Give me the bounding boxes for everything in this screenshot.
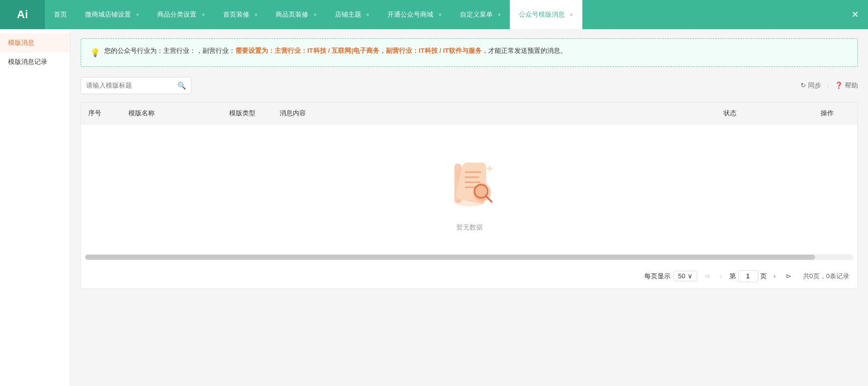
nav-tab-7[interactable]: 自定义菜单×	[451, 0, 510, 29]
nav-tab-2[interactable]: 商品分类设置×	[148, 0, 214, 29]
page-size-dropdown[interactable]: 50 ∨	[674, 271, 697, 281]
search-bar: 🔍 ↻ 同步 | ❓ 帮助	[81, 77, 858, 94]
nav-tab-1[interactable]: 微商城店铺设置×	[76, 0, 148, 29]
close-all-button[interactable]: ✕	[842, 0, 868, 29]
app-logo: Ai	[0, 0, 45, 29]
first-page-button[interactable]: ⊲	[701, 270, 713, 282]
chevron-down-icon: ∨	[688, 272, 693, 280]
sidebar-item-template-record[interactable]: 模版消息记录	[0, 52, 70, 71]
th-action: 操作	[797, 103, 857, 124]
empty-illustration	[439, 155, 500, 215]
page-number-input[interactable]	[738, 270, 758, 282]
nav-tab-close-4[interactable]: ×	[313, 12, 316, 18]
top-navigation: Ai 首页微商城店铺设置×商品分类设置×首页装修×商品页装修×店铺主题×开通公众…	[0, 0, 868, 29]
page-navigation: ⊲ ‹ 第 页 › ⊳	[701, 270, 795, 282]
nav-tab-close-2[interactable]: ×	[202, 12, 205, 18]
search-input[interactable]	[86, 82, 177, 89]
sync-icon: ↻	[800, 82, 806, 89]
prev-page-button[interactable]: ‹	[715, 270, 727, 282]
th-seq: 序号	[81, 103, 121, 124]
th-type: 模版类型	[222, 103, 273, 124]
empty-state: 暂无数据	[81, 124, 857, 252]
nav-tab-close-7[interactable]: ×	[498, 12, 501, 18]
notice-text: 您的公众号行业为：主营行业：，副营行业：需要设置为：主营行业：IT科技 / 互联…	[104, 46, 567, 56]
data-table: 序号 模版名称 模版类型 消息内容 状态 操作	[81, 102, 858, 289]
nav-tab-close-3[interactable]: ×	[254, 12, 257, 18]
content-area: 💡 您的公众号行业为：主营行业：，副营行业：需要设置为：主营行业：IT科技 / …	[71, 29, 868, 386]
nav-tab-close-1[interactable]: ×	[136, 12, 139, 18]
pagination: 每页显示 50 ∨ ⊲ ‹ 第 页 › ⊳ 共0页，0条记录	[81, 264, 857, 288]
nav-tab-8[interactable]: 公众号模版消息×	[510, 0, 582, 29]
nav-tab-0[interactable]: 首页	[45, 0, 76, 29]
nav-tab-6[interactable]: 开通公众号商城×	[378, 0, 450, 29]
divider: |	[827, 82, 829, 89]
help-icon: ❓	[835, 82, 843, 89]
nav-tab-close-8[interactable]: ×	[570, 12, 573, 18]
nav-tab-close-5[interactable]: ×	[366, 12, 369, 18]
nav-tab-5[interactable]: 店铺主题×	[326, 0, 378, 29]
sync-button[interactable]: ↻ 同步	[800, 81, 821, 90]
th-name: 模版名称	[121, 103, 222, 124]
horizontal-scrollbar[interactable]	[81, 254, 857, 264]
help-button[interactable]: ❓ 帮助	[835, 81, 858, 90]
nav-tabs-container: 首页微商城店铺设置×商品分类设置×首页装修×商品页装修×店铺主题×开通公众号商城…	[45, 0, 842, 29]
notice-icon: 💡	[90, 46, 100, 59]
th-content: 消息内容	[273, 103, 716, 124]
last-page-button[interactable]: ⊳	[783, 270, 795, 282]
sidebar-item-template-msg[interactable]: 模版消息	[0, 33, 70, 52]
empty-text: 暂无数据	[456, 223, 483, 232]
nav-tab-4[interactable]: 商品页装修×	[266, 0, 325, 29]
next-page-button[interactable]: ›	[769, 270, 781, 282]
main-layout: 模版消息 模版消息记录 💡 您的公众号行业为：主营行业：，副营行业：需要设置为：…	[0, 29, 868, 386]
search-icon[interactable]: 🔍	[177, 82, 186, 90]
nav-tab-close-6[interactable]: ×	[438, 12, 441, 18]
th-status: 状态	[716, 103, 797, 124]
notice-banner: 💡 您的公众号行业为：主营行业：，副营行业：需要设置为：主营行业：IT科技 / …	[81, 38, 858, 67]
page-total: 共0页，0条记录	[803, 272, 849, 281]
table-header: 序号 模版名称 模版类型 消息内容 状态 操作	[81, 103, 857, 124]
sidebar: 模版消息 模版消息记录	[0, 29, 71, 386]
page-size-select: 每页显示 50 ∨	[644, 271, 697, 281]
nav-tab-3[interactable]: 首页装修×	[214, 0, 266, 29]
search-actions: ↻ 同步 | ❓ 帮助	[800, 81, 858, 90]
search-input-wrap: 🔍	[81, 77, 191, 94]
